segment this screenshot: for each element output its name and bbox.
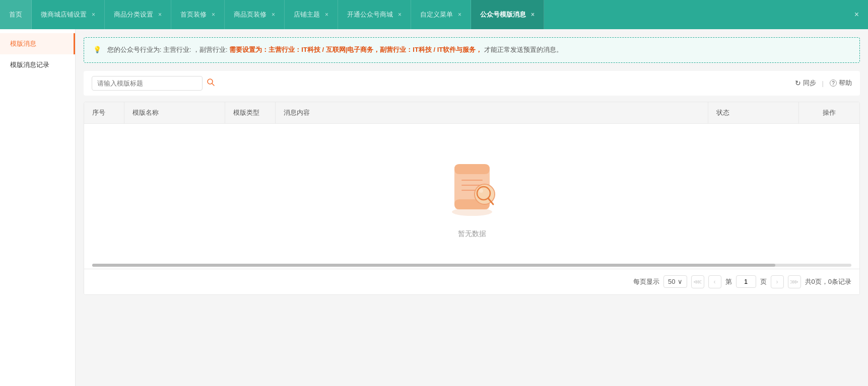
close-icon-template-msg[interactable]: × bbox=[531, 11, 535, 18]
prev-page-button[interactable]: ‹ bbox=[708, 275, 721, 288]
nav-tab-template-msg[interactable]: 公众号模版消息 × bbox=[471, 0, 544, 29]
search-input[interactable] bbox=[92, 76, 203, 91]
nav-tab-home[interactable]: 首页 bbox=[0, 0, 32, 29]
sidebar-item-label-template-msg: 模版消息 bbox=[10, 40, 36, 47]
sidebar-item-template-msg-records[interactable]: 模版消息记录 bbox=[0, 54, 75, 75]
pagination: 每页显示 50 ∨ ⋘ ‹ 第 页 › ⋙ 共0页，0条记录 bbox=[84, 269, 859, 294]
sync-button[interactable]: ↻ 同步 bbox=[795, 79, 816, 88]
col-header-action: 操作 bbox=[799, 102, 859, 123]
page-size-select[interactable]: 50 ∨ bbox=[663, 275, 687, 288]
info-banner: 💡 您的公众号行业为: 主营行业: ，副营行业: 需要设置为：主营行业：IT科技… bbox=[84, 37, 860, 63]
close-icon-home-decoration[interactable]: × bbox=[212, 11, 215, 18]
nav-tab-shop-settings[interactable]: 微商城店铺设置 × bbox=[32, 0, 105, 29]
page-input[interactable] bbox=[736, 275, 756, 288]
info-banner-suffix: 才能正常发送预置的消息。 bbox=[484, 46, 563, 53]
content-area: 💡 您的公众号行业为: 主营行业: ，副营行业: 需要设置为：主营行业：IT科技… bbox=[76, 29, 868, 386]
nav-tab-label-home-decoration: 首页装修 bbox=[180, 10, 207, 19]
table-container: 序号 模版名称 模版类型 消息内容 状态 操作 bbox=[84, 102, 860, 295]
search-right: ↻ 同步 | ? 帮助 bbox=[795, 79, 852, 88]
nav-tab-product-category[interactable]: 商品分类设置 × bbox=[105, 0, 171, 29]
nav-tab-home-decoration[interactable]: 首页装修 × bbox=[171, 0, 225, 29]
nav-tab-label-home: 首页 bbox=[9, 10, 22, 19]
main-layout: 模版消息 模版消息记录 💡 您的公众号行业为: 主营行业: ，副营行业: 需要设… bbox=[0, 29, 868, 386]
help-button[interactable]: ? 帮助 bbox=[830, 79, 852, 88]
nav-tab-label-shop-settings: 微商城店铺设置 bbox=[41, 10, 87, 19]
sidebar-item-label-template-msg-records: 模版消息记录 bbox=[10, 61, 49, 68]
top-nav: 首页 微商城店铺设置 × 商品分类设置 × 首页装修 × 商品页装修 × 店铺主… bbox=[0, 0, 868, 29]
search-button[interactable] bbox=[207, 78, 215, 88]
nav-tab-label-open-mall: 开通公众号商城 bbox=[347, 10, 393, 19]
nav-tab-label-shop-theme: 店铺主题 bbox=[294, 10, 320, 19]
page-size-label: 每页显示 bbox=[633, 277, 659, 286]
empty-icon bbox=[439, 154, 505, 219]
next-page-button[interactable]: › bbox=[771, 275, 784, 288]
bulb-icon: 💡 bbox=[93, 46, 101, 53]
nav-tab-label-product-category: 商品分类设置 bbox=[114, 10, 153, 19]
close-icon-shop-settings[interactable]: × bbox=[92, 11, 95, 18]
col-header-type: 模版类型 bbox=[225, 102, 276, 123]
page-size-value: 50 bbox=[668, 278, 675, 285]
chevron-down-icon: ∨ bbox=[678, 278, 683, 285]
help-icon: ? bbox=[830, 80, 837, 87]
search-bar: ↻ 同步 | ? 帮助 bbox=[84, 71, 860, 96]
scrollbar-row bbox=[84, 262, 859, 269]
help-label: 帮助 bbox=[839, 79, 852, 88]
scrollbar-thumb[interactable] bbox=[92, 264, 775, 267]
nav-tab-label-product-decoration: 商品页装修 bbox=[234, 10, 266, 19]
close-icon-custom-menu[interactable]: × bbox=[458, 11, 461, 18]
empty-text: 暂无数据 bbox=[84, 229, 859, 239]
page-label: 第 bbox=[725, 277, 732, 286]
sync-label: 同步 bbox=[803, 79, 816, 88]
sidebar-item-template-msg[interactable]: 模版消息 bbox=[0, 33, 75, 54]
scrollbar-track[interactable] bbox=[92, 264, 851, 267]
close-all-button[interactable]: × bbox=[845, 0, 868, 29]
nav-tab-product-decoration[interactable]: 商品页装修 × bbox=[225, 0, 285, 29]
table-header: 序号 模版名称 模版类型 消息内容 状态 操作 bbox=[84, 102, 859, 124]
first-page-button[interactable]: ⋘ bbox=[691, 275, 704, 288]
last-page-button[interactable]: ⋙ bbox=[788, 275, 801, 288]
close-icon-product-category[interactable]: × bbox=[158, 11, 162, 18]
close-icon-open-mall[interactable]: × bbox=[398, 11, 402, 18]
page-total-info: 共0页，0条记录 bbox=[805, 277, 851, 286]
nav-tab-label-template-msg: 公众号模版消息 bbox=[480, 10, 526, 19]
svg-point-9 bbox=[479, 189, 483, 193]
divider: | bbox=[822, 80, 824, 87]
close-icon-product-decoration[interactable]: × bbox=[272, 11, 275, 18]
sync-icon: ↻ bbox=[795, 79, 801, 87]
info-banner-prefix: 您的公众号行业为: 主营行业: ，副营行业: bbox=[107, 46, 230, 53]
col-header-content: 消息内容 bbox=[276, 102, 708, 123]
nav-tab-custom-menu[interactable]: 自定义菜单 × bbox=[411, 0, 471, 29]
col-header-status: 状态 bbox=[708, 102, 799, 123]
svg-line-1 bbox=[212, 84, 214, 86]
page-unit: 页 bbox=[760, 277, 767, 286]
col-header-seq: 序号 bbox=[84, 102, 124, 123]
nav-tab-shop-theme[interactable]: 店铺主题 × bbox=[285, 0, 338, 29]
sidebar: 模版消息 模版消息记录 bbox=[0, 29, 76, 386]
search-left bbox=[92, 76, 215, 91]
col-header-name: 模版名称 bbox=[124, 102, 225, 123]
nav-tab-open-mall[interactable]: 开通公众号商城 × bbox=[338, 0, 411, 29]
nav-tab-label-custom-menu: 自定义菜单 bbox=[420, 10, 453, 19]
close-icon-shop-theme[interactable]: × bbox=[325, 11, 328, 18]
empty-state: 暂无数据 bbox=[84, 124, 859, 262]
info-banner-highlight: 需要设置为：主营行业：IT科技 / 互联网|电子商务，副营行业：IT科技 / I… bbox=[229, 46, 482, 53]
